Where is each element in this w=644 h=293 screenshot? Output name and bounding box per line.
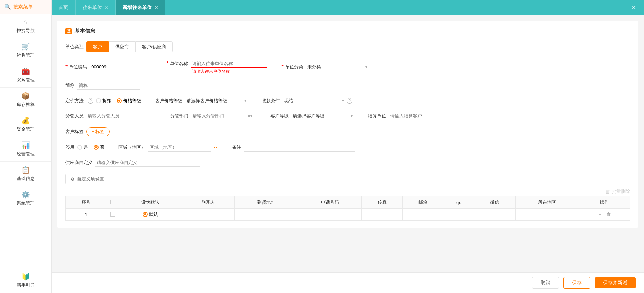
payment-terms-help-icon[interactable]: ? [347,98,352,104]
sidebar-search[interactable]: 🔍 搜索菜单 [0,0,51,14]
tab-partners-close[interactable]: ✕ [105,5,108,10]
settlement-unit-more-btn[interactable]: ··· [451,113,459,119]
sidebar-item-operation[interactable]: 📊 经营管理 [0,137,51,162]
settlement-unit-label: 结算单位 [368,113,386,119]
manager-more-btn[interactable]: ··· [149,113,156,119]
pricing-help-icon[interactable]: ? [88,98,93,104]
basic-info-card: 基 基本信息 单位类型 客户 供应商 客户/供应商 [57,21,638,228]
supplier-custom-input[interactable] [95,158,200,167]
unit-code-group: * 单位编码 [65,63,152,71]
customer-price-level-wrapper: 请选择客户价格等级 [185,97,248,105]
sidebar-item-purchase-mgmt[interactable]: 🧰 采购管理 [0,63,51,88]
unit-btn-both[interactable]: 客户/供应商 [135,41,173,52]
supplier-custom-row: 供应商自定义 [65,158,630,167]
table-header-row: 序号 设为默认 联系人 到货地址 电话号码 传真 邮箱 qq 微信 所在地区 操… [66,196,630,209]
th-phone: 电话号码 [298,196,362,209]
manager-input[interactable] [86,112,149,120]
sidebar-item-new-guide[interactable]: 🔰 新手引导 [0,268,51,293]
cancel-button[interactable]: 取消 [532,277,559,289]
td-wechat [474,209,516,221]
custom-settings-section: ⚙ 自定义项设置 [65,174,630,184]
sidebar-item-sales-mgmt[interactable]: 🛒 销售管理 [0,38,51,63]
row-add-btn[interactable]: ＋ [598,212,602,217]
save-new-button[interactable]: 保存并新增 [595,277,636,288]
remark-input[interactable] [244,143,355,152]
payment-terms-select[interactable]: 现结 [283,97,345,105]
sidebar-item-label: 销售管理 [17,52,35,58]
unit-name-input[interactable] [191,59,267,68]
disabled-no-radio[interactable]: 否 [94,144,104,150]
disabled-yes-label: 是 [84,144,88,150]
unit-btn-customer[interactable]: 客户 [86,41,109,52]
unit-name-group: * 单位名称 请输入往来单位名称 [166,59,267,74]
unit-category-select[interactable]: 未分类 [306,63,369,71]
add-tag-button[interactable]: + 标签 [86,127,110,136]
th-wechat: 微信 [474,196,516,209]
td-default: 默认 [119,209,182,221]
customer-level-select[interactable]: 请选择客户等级 [291,112,354,120]
unit-code-input[interactable] [90,63,152,71]
finance-icon: 💰 [21,116,30,125]
th-qq: qq [443,196,474,209]
customer-tag-label: 客户标签 [65,129,84,135]
region-input[interactable] [148,143,211,152]
code-name-row: * 单位编码 * 单位名称 请输入往来单位名称 * [65,59,630,74]
settlement-unit-input[interactable] [389,112,451,120]
td-fax [362,209,403,221]
custom-settings-button[interactable]: ⚙ 自定义项设置 [65,174,109,184]
disabled-group: 停用 是 否 [65,144,104,150]
remark-group: 备注 [232,143,355,152]
row-delete-btn[interactable]: 🗑 [606,212,611,217]
customer-price-level-group: 客户价格等级 请选择客户价格等级 [155,97,248,105]
tab-home[interactable]: 首页 [52,0,76,15]
department-input[interactable] [191,112,254,120]
pricing-discount-circle [96,98,101,103]
pricing-level-radio[interactable]: 价格等级 [117,98,141,104]
batch-delete-label[interactable]: 批量删除 [612,188,630,195]
short-name-input[interactable] [77,81,140,90]
td-location [515,209,579,221]
unit-type-group: 单位类型 客户 供应商 客户/供应商 [65,41,173,52]
region-more-btn[interactable]: ··· [211,144,218,150]
sidebar-item-quick-nav[interactable]: ⌂ 快捷导航 [0,14,51,38]
unit-name-error: 请输入往来单位名称 [168,68,230,74]
pricing-method-label: 定价方法 [65,98,84,104]
window-close-button[interactable]: ✕ [628,4,640,11]
pricing-discount-radio[interactable]: 折扣 [96,98,111,104]
customer-price-level-label: 客户价格等级 [155,98,182,104]
supplier-custom-group: 供应商自定义 [65,158,200,167]
disabled-yes-radio[interactable]: 是 [77,144,88,150]
tab-partners[interactable]: 往来单位 ✕ [76,0,116,15]
pricing-discount-label: 折扣 [102,98,111,104]
batch-delete-section: 🗑 批量删除 [65,188,630,195]
default-radio[interactable]: 默认 [123,211,179,218]
tab-home-label: 首页 [58,5,68,11]
sidebar-item-finance[interactable]: 💰 资金管理 [0,112,51,137]
unit-btn-supplier[interactable]: 供应商 [109,41,135,52]
select-all-checkbox[interactable] [110,200,115,204]
tab-new-partner-close[interactable]: ✕ [155,5,158,10]
save-button[interactable]: 保存 [563,277,590,289]
unit-type-label: 单位类型 [65,44,84,50]
tab-new-partner[interactable]: 新增往来单位 ✕ [116,0,165,15]
sidebar-item-inventory[interactable]: 📦 库存核算 [0,88,51,112]
pricing-level-circle [117,98,122,103]
pricing-row: 定价方法 ? 折扣 价格等级 [65,97,630,105]
bottom-bar: 取消 保存 保存并新增 [52,272,644,293]
row-checkbox[interactable] [110,212,115,217]
sidebar-item-label: 经营管理 [17,151,35,157]
sidebar-item-system-mgmt[interactable]: ⚙️ 系统管理 [0,186,51,211]
disabled-label: 停用 [65,144,74,150]
th-action: 操作 [579,196,630,209]
inventory-icon: 📦 [21,92,30,100]
department-group: 分管部门 ▾ [170,112,257,120]
sidebar-item-basic-info[interactable]: 📋 基础信息 [0,162,51,186]
td-action: ＋ 🗑 [579,209,630,221]
form-content: 基 基本信息 单位类型 客户 供应商 客户/供应商 [52,15,644,272]
th-default: 设为默认 [119,196,182,209]
customer-price-level-select[interactable]: 请选择客户价格等级 [185,97,248,105]
sidebar-item-label: 资金管理 [17,126,35,132]
payment-terms-group: 收款条件 现结 ? [262,97,352,105]
customer-tag-group: 客户标签 + 标签 [65,127,110,136]
sidebar: 🔍 搜索菜单 ⌂ 快捷导航 🛒 销售管理 🧰 采购管理 📦 库存核算 💰 资金管… [0,0,52,293]
